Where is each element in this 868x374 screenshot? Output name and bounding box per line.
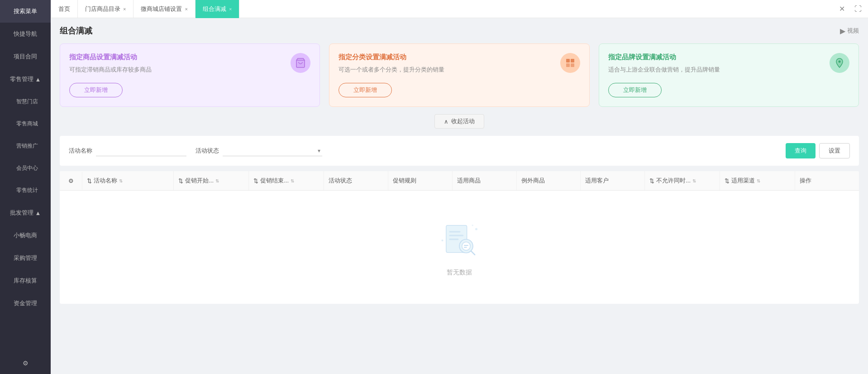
svg-point-17: [472, 225, 473, 226]
th-start[interactable]: ⇅ 促销开始...: [174, 171, 249, 190]
sidebar-item-smart-store[interactable]: 智慧门店: [0, 91, 51, 113]
collapse-btn-label: 收起活动: [451, 117, 475, 125]
card-category-icon: [560, 53, 580, 73]
th-customer: 适用客户: [581, 171, 645, 190]
activity-name-label: 活动名称: [69, 147, 92, 155]
search-actions: 查询 设置: [786, 143, 850, 158]
collapse-bar: ∧ 收起活动: [60, 114, 859, 129]
card-brand-desc: 适合与上游企业联合做营销，提升品牌销量: [608, 65, 849, 77]
sidebar: 搜索菜单 快捷导航 项目合同 零售管理 ▲ 智慧门店 零售商城 营销推广 会员中…: [0, 0, 51, 374]
activity-name-field: 活动名称: [69, 145, 186, 156]
table-container: ⚙ ⇅ 活动名称 ⇅ 促销开始... ⇅ 促销结束... 活动状态: [60, 171, 859, 304]
sidebar-item-search-menu[interactable]: 搜索菜单: [0, 0, 51, 23]
empty-illustration: [437, 218, 482, 263]
card-brand-title: 指定品牌设置满减活动: [608, 53, 849, 62]
card-goods-title: 指定商品设置满减活动: [69, 53, 310, 62]
sidebar-item-marketing-label: 营销推广: [16, 142, 38, 150]
svg-point-5: [838, 61, 840, 63]
table-header: ⚙ ⇅ 活动名称 ⇅ 促销开始... ⇅ 促销结束... 活动状态: [60, 171, 859, 191]
svg-rect-1: [566, 59, 570, 62]
svg-rect-3: [566, 63, 570, 67]
tab-store-catalog-close[interactable]: ×: [123, 6, 126, 12]
card-brand: 指定品牌设置满减活动 适合与上游企业联合做营销，提升品牌销量 立即新增: [599, 43, 859, 107]
sidebar-item-inventory[interactable]: 库存核算: [0, 269, 51, 292]
page-header: 组合满减 ▶ 视频: [60, 25, 859, 36]
tab-combo-discount-label: 组合满减: [203, 5, 226, 13]
settings-icon: ⚙: [23, 360, 29, 367]
page-title: 组合满减: [60, 25, 92, 36]
table-settings-icon: ⚙: [68, 177, 74, 184]
sidebar-item-project-contract-label: 项目合同: [14, 53, 37, 61]
activity-status-select[interactable]: [223, 145, 322, 156]
card-category-title: 指定分类设置满减活动: [339, 53, 580, 62]
th-noshare-sort-icon: ⇅: [649, 177, 654, 184]
th-except: 例外商品: [517, 171, 581, 190]
activity-name-input[interactable]: [96, 145, 186, 156]
tab-store-catalog-label: 门店商品目录: [85, 5, 120, 13]
video-link[interactable]: ▶ 视频: [840, 27, 859, 35]
sidebar-settings-button[interactable]: ⚙: [0, 352, 51, 374]
card-goods-icon: [291, 53, 310, 73]
sidebar-item-member-center[interactable]: 会员中心: [0, 157, 51, 179]
card-brand-icon: [830, 53, 849, 73]
th-name[interactable]: ⇅ 活动名称: [82, 171, 174, 190]
tab-combo-discount-close[interactable]: ×: [229, 6, 232, 12]
activity-status-select-wrapper: [223, 145, 322, 156]
sidebar-item-project-contract[interactable]: 项目合同: [0, 45, 51, 68]
svg-rect-12: [464, 245, 468, 246]
th-end[interactable]: ⇅ 促销结束...: [249, 171, 324, 190]
sidebar-item-quick-nav-label: 快捷导航: [14, 30, 37, 38]
card-goods: 指定商品设置满减活动 可指定滞销商品或库存较多商品 立即新增: [60, 43, 320, 107]
activity-status-label: 活动状态: [196, 147, 219, 155]
tab-wechat-settings-close[interactable]: ×: [185, 6, 187, 12]
svg-line-14: [471, 251, 475, 254]
collapse-activity-button[interactable]: ∧ 收起活动: [434, 114, 484, 129]
sidebar-item-wholesale[interactable]: 批发管理 ▲: [0, 201, 51, 224]
sidebar-item-retail-stats[interactable]: 零售统计: [0, 179, 51, 201]
expand-icon: ▲: [35, 76, 41, 83]
sidebar-item-inventory-label: 库存核算: [14, 277, 37, 285]
sidebar-item-xiaochang-label: 小畅电商: [14, 231, 37, 240]
activity-cards: 指定商品设置满减活动 可指定滞销商品或库存较多商品 立即新增 指定分类设置满减活…: [60, 43, 859, 107]
sidebar-item-retail-management[interactable]: 零售管理 ▲: [0, 68, 51, 91]
sidebar-item-marketing[interactable]: 营销推广: [0, 135, 51, 157]
sidebar-item-retail-mall[interactable]: 零售商城: [0, 113, 51, 135]
page-content: 组合满减 ▶ 视频 指定商品设置满减活动 可指定滞销商品或库存较多商品 立: [51, 18, 868, 374]
th-channel[interactable]: ⇅ 适用渠道: [720, 171, 795, 190]
card-goods-desc: 可指定滞销商品或库存较多商品: [69, 65, 310, 77]
tab-home-label: 首页: [58, 5, 70, 13]
th-noshare[interactable]: ⇅ 不允许同时...: [645, 171, 720, 190]
svg-rect-7: [449, 231, 461, 232]
sidebar-item-retail-mall-label: 零售商城: [16, 120, 38, 128]
tab-combo-discount[interactable]: 组合满减 ×: [196, 0, 239, 18]
th-status: 活动状态: [324, 171, 388, 190]
card-category-desc: 可选一个或者多个分类，提升分类的销量: [339, 65, 580, 77]
tab-store-catalog[interactable]: 门店商品目录 ×: [78, 0, 134, 18]
svg-point-15: [475, 228, 477, 230]
play-circle-icon: ▶: [840, 27, 845, 35]
card-goods-btn[interactable]: 立即新增: [69, 83, 123, 97]
window-maximize-button[interactable]: ⛶: [852, 3, 864, 15]
window-close-button[interactable]: ✕: [835, 3, 848, 15]
sidebar-item-purchase[interactable]: 采购管理: [0, 247, 51, 269]
sidebar-item-finance[interactable]: 资金管理: [0, 292, 51, 315]
main-area: 首页 门店商品目录 × 微商城店铺设置 × 组合满减 × ✕ ⛶ 组合满减: [51, 0, 868, 374]
tab-home[interactable]: 首页: [51, 0, 78, 18]
card-category-btn[interactable]: 立即新增: [339, 83, 392, 97]
search-bar: 活动名称 活动状态 查询 设置: [60, 136, 859, 166]
th-goods: 适用商品: [453, 171, 517, 190]
sidebar-item-retail-stats-label: 零售统计: [16, 187, 38, 194]
card-category: 指定分类设置满减活动 可选一个或者多个分类，提升分类的销量 立即新增: [329, 43, 589, 107]
tab-wechat-settings-label: 微商城店铺设置: [141, 5, 182, 13]
tab-bar-right: ✕ ⛶: [835, 3, 868, 15]
th-rule: 促销规则: [388, 171, 453, 190]
tab-wechat-settings[interactable]: 微商城店铺设置 ×: [134, 0, 195, 18]
th-settings[interactable]: ⚙: [60, 172, 82, 190]
sidebar-item-quick-nav[interactable]: 快捷导航: [0, 23, 51, 45]
svg-point-11: [462, 242, 470, 250]
card-brand-btn[interactable]: 立即新增: [608, 83, 662, 97]
sidebar-item-wholesale-label: 批发管理: [10, 209, 33, 217]
sidebar-item-xiaochang[interactable]: 小畅电商: [0, 224, 51, 247]
query-button[interactable]: 查询: [786, 143, 816, 158]
settings-button[interactable]: 设置: [819, 143, 850, 158]
